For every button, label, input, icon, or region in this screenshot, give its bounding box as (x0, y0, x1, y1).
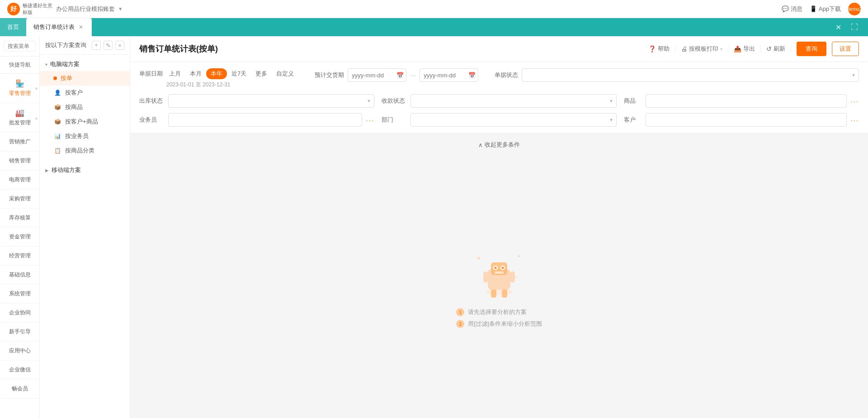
tip-num-1: 1 (456, 308, 464, 316)
empty-tip-2: 2 用[过滤]条件来缩小分析范围 (456, 320, 542, 328)
breadcrumb-dropdown[interactable]: ▾ (117, 5, 124, 13)
export-icon: 📤 (734, 45, 741, 52)
add-scheme-btn[interactable]: + (92, 41, 101, 50)
sidebar-item-retail[interactable]: 🏪 零售管理 ▾ (0, 74, 39, 103)
more-date-btn[interactable]: 更多 (251, 68, 272, 79)
salesperson-input[interactable] (168, 113, 362, 127)
template-print-btn[interactable]: 🖨 按模板打印 ▾ (681, 45, 722, 53)
sidebar-item-system[interactable]: 系统管理 (0, 285, 39, 304)
sidebar-item-finance[interactable]: 资金管理 (0, 228, 39, 247)
this-year-btn[interactable]: 本年 (206, 68, 227, 79)
salesperson-scheme-icon: 📊 (53, 132, 61, 140)
salesperson-more-icon[interactable]: ··· (366, 116, 374, 124)
last-month-btn[interactable]: 上月 (165, 68, 185, 79)
collapse-arrow-icon: ∧ (478, 142, 483, 148)
top-header: 好 畅捷通好生意 标版 办公用品行业模拟账套 ▾ 💬 消息 📱 App下载 de… (0, 0, 868, 18)
left-panel-header: 按以下方案查询 + ✎ « (40, 36, 130, 55)
logo-icon: 好 (7, 3, 20, 15)
logo-area: 好 畅捷通好生意 标版 (7, 2, 52, 15)
scheme-item-by-product[interactable]: 📦 按商品 (40, 100, 130, 114)
settings-button[interactable]: 设置 (832, 42, 859, 56)
main-layout: 快捷导航 🏪 零售管理 ▾ 🏭 批发管理 ▴ 营销推广 销售管理 电商管理 采购… (0, 36, 868, 418)
goods-more-icon[interactable]: ··· (850, 97, 859, 105)
app-download-btn[interactable]: 📱 App下载 (810, 5, 841, 13)
tip-num-2: 2 (456, 320, 464, 328)
tab-home[interactable]: 首页 (0, 18, 26, 36)
sidebar-item-wholesale[interactable]: 🏭 批发管理 ▴ (0, 103, 39, 133)
tab-close-icon[interactable]: ✕ (77, 24, 85, 31)
scheme-item-by-category[interactable]: 📋 按商品分类 (40, 143, 130, 158)
scheme-group-pc-header[interactable]: ▾ 电脑端方案 (40, 57, 130, 71)
sidebar-item-ecommerce[interactable]: 电商管理 (0, 171, 39, 190)
customer-input[interactable] (646, 113, 847, 127)
search-input[interactable] (4, 41, 36, 52)
sidebar-item-basic[interactable]: 基础信息 (0, 266, 39, 285)
svg-text:✦: ✦ (476, 255, 481, 261)
sidebar-item-quick-nav[interactable]: 快捷导航 (0, 57, 39, 74)
close-window-icon[interactable]: ✕ (832, 21, 844, 33)
tab-sales-order-stats[interactable]: 销售订单统计表 ✕ (26, 18, 92, 36)
svg-text:✦: ✦ (517, 254, 521, 259)
query-button[interactable]: 查询 (797, 42, 826, 56)
page-title-actions: ❓ 帮助 🖨 按模板打印 ▾ 📤 导出 (648, 42, 859, 62)
delivery-status-select[interactable] (169, 96, 374, 106)
sidebar-item-operations[interactable]: 经营管理 (0, 247, 39, 266)
sidebar-item-newbie[interactable]: 新手引导 (0, 323, 39, 342)
maximize-icon[interactable]: ⛶ (848, 21, 861, 33)
svg-rect-9 (510, 271, 515, 283)
breadcrumb: 办公用品行业模拟账套 ▾ (56, 5, 124, 13)
refresh-btn[interactable]: ↺ 刷新 (766, 45, 785, 53)
sidebar-item-member[interactable]: 畅会员 (0, 380, 39, 399)
doc-status-select[interactable] (522, 70, 859, 81)
doc-status-label: 单据状态 (495, 71, 518, 79)
calendar-icon-right: 📅 (468, 72, 476, 79)
divider4 (791, 45, 791, 52)
date-range-sep: — (410, 72, 416, 79)
message-icon: 💬 (782, 5, 789, 12)
scheme-item-by-cust-prod[interactable]: 📦 按客户+商品 (40, 114, 130, 129)
help-btn[interactable]: ❓ 帮助 (648, 45, 670, 53)
expected-delivery-label: 预计交货期 (315, 71, 344, 79)
sidebar-item-purchase[interactable]: 采购管理 (0, 190, 39, 209)
custom-date-btn[interactable]: 自定义 (272, 68, 298, 79)
payment-status-select[interactable] (411, 96, 616, 106)
goods-input[interactable] (646, 94, 847, 108)
customer-label: 客户 (624, 116, 642, 124)
scheme-group-mobile: ▶ 移动端方案 (40, 161, 130, 180)
sidebar-item-enterprise[interactable]: 企业协同 (0, 304, 39, 323)
export-btn[interactable]: 📤 导出 (734, 45, 755, 53)
wholesale-icon: 🏭 (15, 109, 24, 117)
department-select[interactable] (411, 115, 616, 125)
scheme-item-by-salesperson[interactable]: 📊 按业务员 (40, 129, 130, 143)
empty-state: ✦ ✦ ✦ 1 请先选择要分析的方案 2 用[过滤]条件来缩小分析范围 (456, 247, 542, 328)
group-arrow-icon: ▾ (45, 62, 47, 67)
header-left: 好 畅捷通好生意 标版 办公用品行业模拟账套 ▾ (7, 2, 124, 15)
sidebar-arrow-icon: ▾ (35, 86, 38, 91)
sidebar-item-corp-wechat[interactable]: 企业微信 (0, 361, 39, 380)
print-icon: 🖨 (681, 45, 687, 52)
scheme-item-by-order[interactable]: 按单 (40, 71, 130, 86)
edit-scheme-btn[interactable]: ✎ (104, 41, 113, 50)
collapse-panel-btn[interactable]: « (115, 41, 124, 50)
date-label: 单据日期 (139, 70, 163, 78)
app-icon: 📱 (810, 5, 817, 12)
scheme-item-by-customer[interactable]: 👤 按客户 (40, 86, 130, 100)
sidebar-item-marketing[interactable]: 营销推广 (0, 133, 39, 152)
sidebar-item-inventory[interactable]: 库存核算 (0, 209, 39, 228)
last-7-days-btn[interactable]: 近7天 (227, 68, 251, 79)
divider2 (728, 45, 728, 52)
svg-text:✦: ✦ (515, 275, 518, 279)
collapse-btn[interactable]: ∧ 收起更多条件 (478, 137, 520, 152)
empty-tip-1: 1 请先选择要分析的方案 (456, 308, 542, 316)
scheme-group-mobile-header[interactable]: ▶ 移动端方案 (40, 163, 130, 177)
message-btn[interactable]: 💬 消息 (782, 5, 802, 13)
customer-more-icon[interactable]: ··· (850, 116, 859, 124)
svg-rect-7 (495, 271, 504, 274)
payment-status-label: 收款状态 (382, 97, 407, 105)
sidebar-search-area (0, 36, 39, 57)
goods-label: 商品 (624, 97, 642, 105)
this-month-btn[interactable]: 本月 (185, 68, 206, 79)
sidebar-item-app-center[interactable]: 应用中心 (0, 342, 39, 361)
sidebar-item-sales[interactable]: 销售管理 (0, 152, 39, 171)
user-menu[interactable]: demo2 (848, 3, 861, 15)
